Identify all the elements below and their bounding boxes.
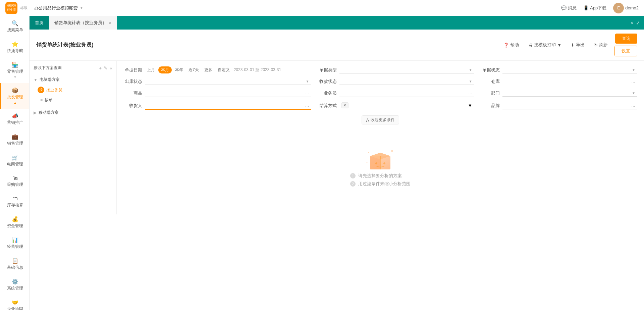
receiver-input[interactable]: … [145,102,311,110]
sidebar-item-purchase[interactable]: 🛍 采购管理 [0,171,29,192]
brand-label: 品牌 [481,103,500,109]
department-select[interactable]: ▼ [502,90,637,97]
desktop-scheme-group: ▼ 电脑端方案 按 按业务员 ≡ 按单 [30,73,116,106]
system-icon: ⚙️ [2,278,28,285]
filter-item-product: 商品 … [123,89,311,97]
sidebar-item-quick-nav[interactable]: ⭐ 快捷导航 [0,37,29,58]
topbar-right: 💬 消息 📱 App下载 E demo2 [561,3,639,13]
filter-item-order-status: 单据状态 ▼ [481,67,637,73]
add-scheme-icon[interactable]: + [99,65,102,71]
out-status-arrow-icon: ▼ [306,80,309,83]
date-tab-custom[interactable]: 自定义 [216,66,232,73]
refresh-button[interactable]: ↻ 刷新 [591,41,610,49]
sidebar-item-retail[interactable]: 🏪 零售管理 ▼ [0,58,29,83]
filter-item-warehouse: 仓库 … [481,78,637,85]
date-tab-this-year[interactable]: 本年 [173,66,185,73]
topbar: 畅捷通好生意 标版 办公用品行业模拟账套 ▼ 💬 消息 📱 App下载 E de… [0,0,644,16]
sidebar-item-marketing[interactable]: 📣 营销推广 [0,109,29,130]
sidebar: 🔍 搜索菜单 ⭐ 快捷导航 🏪 零售管理 ▼ 📦 批发管理 ▲ 📣 营销推广 💼… [0,16,30,310]
sidebar-item-enterprise[interactable]: 🤝 企业协同 [0,295,29,310]
sidebar-item-inventory[interactable]: 🗃 库存核算 [0,192,29,212]
filter-item-payment: 结算方式 × ▼ [318,101,474,110]
sidebar-item-operations[interactable]: 📊 经营管理 [0,233,29,254]
left-panel: 按以下方案查询 + ✎ « ▼ 电脑端方案 [30,61,117,214]
brand-input[interactable]: … [502,102,637,109]
print-button[interactable]: 🖨 按模板打印 ▼ [526,41,564,49]
order-status-select[interactable]: ▼ [502,67,637,73]
scheme-sub-item-order[interactable]: ≡ 按单 [30,95,116,105]
export-button[interactable]: ⬇ 导出 [568,41,587,49]
sidebar-item-finance[interactable]: 💰 资金管理 [0,212,29,233]
export-label: 导出 [576,42,585,48]
empty-illustration [364,146,397,173]
account-selector[interactable]: 办公用品行业模拟账套 ▼ [34,5,83,11]
sidebar-item-system[interactable]: ⚙️ 系统管理 [0,274,29,295]
sidebar-item-search[interactable]: 🔍 搜索菜单 [0,16,29,37]
scheme-sub-icon: ≡ [40,98,43,103]
desktop-scheme-header[interactable]: ▼ 电脑端方案 [30,75,116,85]
sidebar-item-wholesale-label: 批发管理 [2,94,28,100]
main-layout: 🔍 搜索菜单 ⭐ 快捷导航 🏪 零售管理 ▼ 📦 批发管理 ▲ 📣 营销推广 💼… [0,16,644,310]
refresh-label: 刷新 [599,42,608,48]
user-menu[interactable]: E demo2 [613,3,639,13]
collapse-panel-icon[interactable]: « [110,65,112,71]
help-button[interactable]: ❓ 帮助 [501,41,522,49]
maximize-icon[interactable]: ⤢ [636,20,640,25]
product-label: 商品 [123,90,142,96]
left-panel-icons: + ✎ « [99,65,112,71]
sidebar-item-wholesale[interactable]: 📦 批发管理 ▲ [0,83,29,109]
sidebar-item-finance-label: 资金管理 [2,223,28,229]
hint-2-text: 用过滤条件来缩小分析范围 [358,181,411,187]
filter-item-out-status: 出库状态 ▼ [123,78,311,85]
collapse-icon: ⋀ [366,118,369,122]
scheme-item-salesperson[interactable]: 按 按业务员 [30,85,116,95]
payment-label: 结算方式 [318,103,337,109]
date-tab-7days[interactable]: 近7天 [186,66,201,73]
filter-row-4: 收货人 … 结算方式 [123,101,637,110]
filter-item-order-type: 单据类型 ▼ [318,67,474,73]
scheme-icon-salesperson: 按 [38,87,44,93]
mobile-scheme-header[interactable]: ▶ 移动端方案 [30,108,116,117]
date-range: 2023-03-01 至 2023-03-31 [234,67,281,73]
hint-1-text: 请先选择要分析的方案 [358,173,402,179]
out-status-select[interactable]: ▼ [145,78,311,85]
collapse-button[interactable]: ⋀ 收起更多条件 [362,115,399,124]
recv-status-select[interactable]: ▼ [339,78,474,85]
message-label: 消息 [568,5,577,11]
settings-button[interactable]: 设置 [614,46,637,56]
sidebar-item-system-label: 系统管理 [2,286,28,291]
message-button[interactable]: 💬 消息 [561,5,577,11]
empty-text-list: 1 请先选择要分析的方案 2 用过滤条件来缩小分析范围 [350,173,411,189]
close-all-icon[interactable]: × [631,20,633,25]
app-download-button[interactable]: 📱 App下载 [583,5,606,11]
tab-close-icon[interactable]: × [109,20,111,25]
date-tab-this-month[interactable]: 本月 [158,66,172,73]
content-area: 首页 销货单统计表（按业务员） × × ⤢ 销货单统计表(按业务员) ❓ [30,16,644,310]
mobile-scheme-expand-icon: ▶ [34,110,37,115]
svg-point-8 [383,162,385,164]
refresh-icon: ↻ [594,43,598,48]
tab-bar: 首页 销货单统计表（按业务员） × × ⤢ [30,16,644,30]
sidebar-item-sales[interactable]: 💼 销售管理 [0,130,29,150]
order-type-select[interactable]: ▼ [339,67,474,73]
operations-icon: 📊 [2,237,28,243]
edit-scheme-icon[interactable]: ✎ [104,65,108,71]
payment-arrow-icon: ▼ [468,103,472,108]
tab-home[interactable]: 首页 [30,16,49,30]
sidebar-item-ecommerce[interactable]: 🛒 电商管理 [0,150,29,171]
finance-icon: 💰 [2,216,28,222]
sidebar-item-search-label: 搜索菜单 [2,27,28,33]
product-input[interactable]: … [145,89,311,97]
payment-tag-close[interactable]: × [344,103,346,108]
salesperson-input[interactable]: … [339,89,474,97]
svg-point-7 [375,162,377,164]
payment-select[interactable]: × ▼ [339,101,474,110]
query-button[interactable]: 查询 [615,34,637,44]
warehouse-input[interactable]: … [502,78,637,85]
message-icon: 💬 [561,5,567,10]
sidebar-item-basic-info[interactable]: 📋 基础信息 [0,254,29,274]
tab-sales-stats[interactable]: 销货单统计表（按业务员） × [49,16,117,30]
date-tab-last-month[interactable]: 上月 [145,66,157,73]
sidebar-item-basic-info-label: 基础信息 [2,265,28,270]
date-tab-more[interactable]: 更多 [202,66,214,73]
